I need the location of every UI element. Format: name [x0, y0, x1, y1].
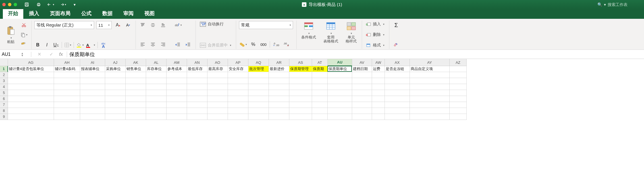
cell-AW5[interactable]: [372, 90, 385, 96]
cell-AW7[interactable]: [372, 102, 385, 108]
cell-AG5[interactable]: [8, 90, 54, 96]
column-header-AP[interactable]: AP: [228, 59, 248, 66]
cell-AR9[interactable]: [269, 114, 289, 120]
cell-AY9[interactable]: [410, 114, 450, 120]
cell-AO6[interactable]: [207, 96, 228, 102]
cell-AR8[interactable]: [269, 108, 289, 114]
column-header-AV[interactable]: AV: [352, 59, 372, 66]
cell-AR5[interactable]: [269, 90, 289, 96]
cell-AY3[interactable]: [410, 78, 450, 84]
cell-AT3[interactable]: [312, 78, 328, 84]
cell-AM9[interactable]: [167, 114, 187, 120]
cell-AO1[interactable]: 最高库存: [207, 66, 228, 72]
bold-button[interactable]: B: [34, 42, 41, 48]
cell-AV6[interactable]: [352, 96, 372, 102]
cell-AL5[interactable]: [146, 90, 167, 96]
column-header-AH[interactable]: AH: [54, 59, 80, 66]
cell-AS3[interactable]: [289, 78, 312, 84]
cell-AL9[interactable]: [146, 114, 167, 120]
cell-AG3[interactable]: [8, 78, 54, 84]
column-header-AO[interactable]: AO: [207, 59, 228, 66]
cell-AP6[interactable]: [228, 96, 248, 102]
column-header-AR[interactable]: AR: [269, 59, 289, 66]
insert-cells-button[interactable]: 插入▾: [365, 21, 386, 27]
cell-AI1[interactable]: 报表辅单位: [80, 66, 105, 72]
cell-AU4[interactable]: [328, 84, 352, 90]
cell-AW2[interactable]: [372, 72, 385, 78]
tab-开始[interactable]: 开始: [3, 8, 23, 19]
cell-AX9[interactable]: [385, 114, 410, 120]
cell-AV8[interactable]: [352, 108, 372, 114]
cell-AG7[interactable]: [8, 102, 54, 108]
cell-AT9[interactable]: [312, 114, 328, 120]
cell-AK5[interactable]: [126, 90, 146, 96]
row-header-4[interactable]: 4: [0, 84, 8, 90]
number-format-combo[interactable]: 常规▾: [239, 21, 293, 29]
cell-AX4[interactable]: [385, 84, 410, 90]
row-header-5[interactable]: 5: [0, 90, 8, 96]
name-box-stepper[interactable]: ▲▼: [21, 52, 24, 57]
cell-AP2[interactable]: [228, 72, 248, 78]
column-header-AX[interactable]: AX: [385, 59, 410, 66]
cell-AO8[interactable]: [207, 108, 228, 114]
cell-AM4[interactable]: [167, 84, 187, 90]
column-header-AZ[interactable]: AZ: [450, 59, 467, 66]
tab-插入[interactable]: 插入: [24, 8, 44, 19]
cell-AU3[interactable]: [328, 78, 352, 84]
tab-公式[interactable]: 公式: [76, 8, 97, 19]
print-button[interactable]: [35, 1, 43, 9]
column-header-AQ[interactable]: AQ: [248, 59, 269, 66]
accounting-format-button[interactable]: ▾: [239, 40, 247, 48]
cell-AO2[interactable]: [207, 72, 228, 78]
cell-AT1[interactable]: 保质期: [312, 66, 328, 72]
row-header-9[interactable]: 9: [0, 114, 8, 120]
cell-AY6[interactable]: [410, 96, 450, 102]
cell-AZ5[interactable]: [450, 90, 467, 96]
align-top-button[interactable]: [139, 21, 147, 29]
cell-AQ5[interactable]: [248, 90, 269, 96]
cell-AW3[interactable]: [372, 78, 385, 84]
cell-AK3[interactable]: [126, 78, 146, 84]
cell-AG1[interactable]: 辅计量4是否包装单位: [8, 66, 54, 72]
cell-AL8[interactable]: [146, 108, 167, 114]
font-size-combo[interactable]: 11▾: [96, 21, 112, 29]
cell-AW9[interactable]: [372, 114, 385, 120]
cell-AL6[interactable]: [146, 96, 167, 102]
enter-formula-button[interactable]: ✓: [47, 50, 55, 58]
column-header-AL[interactable]: AL: [146, 59, 167, 66]
increase-font-button[interactable]: A▴: [114, 21, 122, 29]
cell-AN1[interactable]: 最低库存: [187, 66, 207, 72]
cell-AP4[interactable]: [228, 84, 248, 90]
cell-AU5[interactable]: [328, 90, 352, 96]
column-header-AG[interactable]: AG: [8, 59, 54, 66]
cell-AQ4[interactable]: [248, 84, 269, 90]
cell-AW1[interactable]: 运费: [372, 66, 385, 72]
cell-AK1[interactable]: 销售单位: [126, 66, 146, 72]
select-all-corner[interactable]: [0, 59, 8, 66]
cell-AM8[interactable]: [167, 108, 187, 114]
increase-decimal-button[interactable]: .0.00: [272, 40, 280, 48]
cell-AH3[interactable]: [54, 78, 80, 84]
cell-AH7[interactable]: [54, 102, 80, 108]
cell-AO7[interactable]: [207, 102, 228, 108]
conditional-format-button[interactable]: ▾ 条件格式: [300, 21, 318, 39]
cell-AP3[interactable]: [228, 78, 248, 84]
cell-AT6[interactable]: [312, 96, 328, 102]
cells-area[interactable]: 辅计量4是否包装单位辅计量4条码报表辅单位采购单位销售单位库存单位参考成本最低库…: [8, 66, 467, 120]
cell-AY2[interactable]: [410, 72, 450, 78]
cell-AJ3[interactable]: [105, 78, 126, 84]
column-header-AK[interactable]: AK: [126, 59, 146, 66]
cell-AL1[interactable]: 库存单位: [146, 66, 167, 72]
cell-AJ8[interactable]: [105, 108, 126, 114]
cell-AI9[interactable]: [80, 114, 105, 120]
tab-视图[interactable]: 视图: [139, 8, 160, 19]
cell-AI7[interactable]: [80, 102, 105, 108]
cell-AK8[interactable]: [126, 108, 146, 114]
zoom-window-button[interactable]: [14, 3, 17, 6]
cell-AZ2[interactable]: [450, 72, 467, 78]
column-header-AY[interactable]: AY: [410, 59, 450, 66]
cell-AI3[interactable]: [80, 78, 105, 84]
cell-AO4[interactable]: [207, 84, 228, 90]
phonetic-button[interactable]: abcA: [100, 42, 107, 48]
cell-AR3[interactable]: [269, 78, 289, 84]
